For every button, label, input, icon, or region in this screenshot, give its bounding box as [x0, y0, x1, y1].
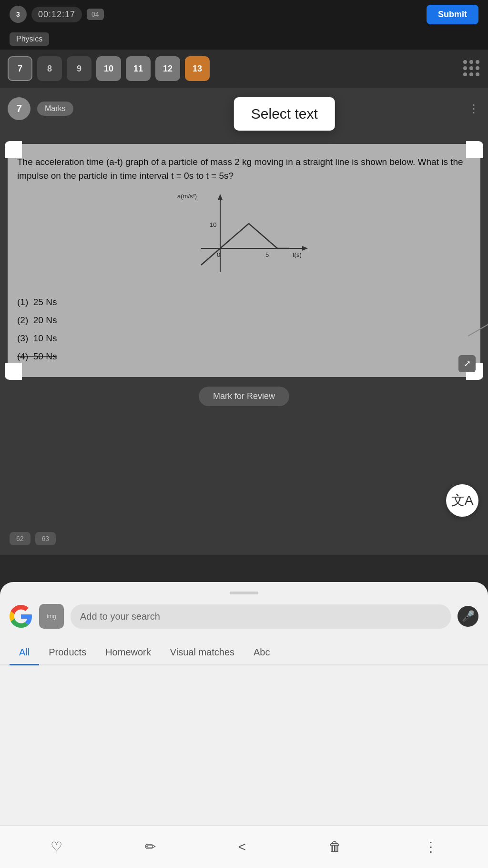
google-logo [10, 605, 32, 628]
status-circle: 3 [10, 6, 27, 23]
tab-visual-matches[interactable]: Visual matches [161, 640, 244, 664]
q-num-8[interactable]: 8 [37, 56, 62, 81]
tab-abc[interactable]: Abc [244, 640, 279, 664]
status-left: 3 00:12:17 04 [10, 6, 104, 23]
search-row: img Add to your search 🎤 [0, 604, 488, 629]
corner-handle-tl [5, 141, 22, 158]
mark-review-area: Mark for Review [8, 377, 480, 411]
question-number-circle: 7 [8, 97, 30, 120]
tab-all[interactable]: All [10, 640, 39, 664]
status-badge-small: 04 [87, 9, 104, 20]
nav-delete[interactable]: 🗑 [328, 839, 342, 855]
nav-heart[interactable]: ♡ [51, 839, 62, 855]
search-input[interactable]: Add to your search [71, 604, 451, 629]
dots-grid[interactable] [463, 60, 480, 77]
search-tabs: All Products Homework Visual matches Abc [0, 640, 488, 665]
submit-button[interactable]: Submit [427, 5, 478, 24]
marks-badge: Marks [37, 102, 73, 116]
q-num-9[interactable]: 9 [67, 56, 92, 81]
translate-button[interactable]: 文A [446, 484, 478, 517]
status-bar: 3 00:12:17 04 Submit [0, 0, 488, 29]
question-numbers-bar: 7 8 9 10 11 12 13 [0, 50, 488, 88]
q-num-13[interactable]: 13 [185, 56, 210, 81]
subject-tag: Physics [10, 32, 49, 46]
answer-option-3[interactable]: (3) 10 Ns [17, 329, 471, 347]
svg-marker-4 [302, 246, 308, 251]
pencil-icon: ✏ [145, 839, 156, 855]
expand-button[interactable]: ⤢ [458, 355, 476, 372]
answer-options: (1) 25 Ns (2) 20 Ns (3) 10 Ns (4) 50 Ns [17, 293, 471, 366]
q-num-10[interactable]: 10 [96, 56, 121, 81]
select-text-tooltip[interactable]: Select text [234, 97, 335, 131]
drag-handle[interactable] [230, 592, 258, 594]
q-num-11[interactable]: 11 [126, 56, 151, 81]
question-more-options[interactable]: ⋮ [468, 102, 480, 115]
heart-icon: ♡ [51, 839, 62, 855]
bottom-badge-1: 62 [10, 532, 30, 545]
corner-handle-bl [5, 363, 22, 380]
more-options-icon: ⋮ [424, 839, 437, 855]
trash-icon: 🗑 [328, 839, 342, 855]
main-area: 7 Marks ⋮ Select text The acceleration t… [0, 88, 488, 555]
svg-text:t(s): t(s) [293, 251, 302, 258]
answer-option-2[interactable]: (2) 20 Ns [17, 311, 471, 329]
svg-text:0: 0 [217, 251, 220, 258]
svg-text:5: 5 [265, 251, 269, 258]
svg-text:a(m/s²): a(m/s²) [177, 193, 197, 200]
acceleration-time-graph: a(m/s²) 10 0 5 t(s) [173, 191, 315, 286]
translate-icon: 文A [451, 491, 474, 510]
tab-products[interactable]: Products [39, 640, 96, 664]
timer-badge: 00:12:17 [31, 7, 82, 22]
svg-marker-3 [218, 194, 223, 200]
microphone-button[interactable]: 🎤 [458, 606, 478, 627]
bottom-badge-2: 63 [35, 532, 56, 545]
search-screenshot-thumbnail: img [39, 604, 64, 629]
microphone-icon: 🎤 [462, 610, 475, 623]
question-card: The acceleration time (a-t) graph of a p… [8, 144, 480, 377]
question-text: The acceleration time (a-t) graph of a p… [17, 155, 471, 183]
nav-edit[interactable]: ✏ [145, 839, 156, 855]
nav-more[interactable]: ⋮ [424, 839, 437, 855]
q-num-7[interactable]: 7 [8, 56, 32, 81]
answer-option-1[interactable]: (1) 25 Ns [17, 293, 471, 311]
tab-homework[interactable]: Homework [96, 640, 161, 664]
mark-review-button[interactable]: Mark for Review [199, 387, 289, 406]
answer-option-4[interactable]: (4) 50 Ns [17, 347, 471, 366]
q-num-12[interactable]: 12 [155, 56, 180, 81]
graph-container: a(m/s²) 10 0 5 t(s) [168, 191, 320, 286]
share-icon: < [238, 839, 246, 855]
svg-text:10: 10 [210, 221, 216, 228]
corner-handle-tr [466, 141, 483, 158]
bottom-badges: 62 63 [10, 532, 56, 545]
bottom-nav: ♡ ✏ < 🗑 ⋮ [0, 825, 488, 868]
subject-bar: Physics [0, 29, 488, 50]
search-panel: img Add to your search 🎤 All Products Ho… [0, 582, 488, 868]
nav-share[interactable]: < [238, 839, 246, 855]
